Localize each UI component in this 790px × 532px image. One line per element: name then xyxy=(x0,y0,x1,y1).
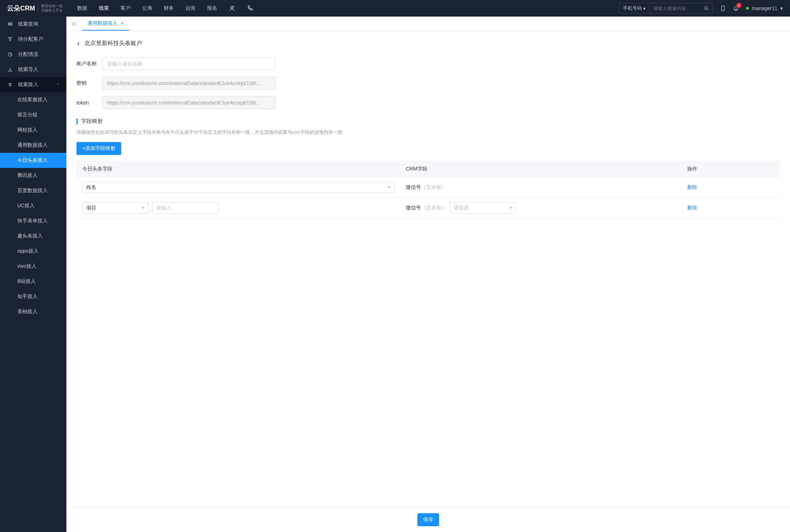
main: 通用数据接入 ✕ 北京昱新科技头条账户 账户名称 密钥 token xyxy=(66,17,790,532)
footer: 保存 xyxy=(66,507,790,532)
svg-rect-7 xyxy=(8,23,12,23)
chevron-down-icon: ▾ xyxy=(780,5,783,11)
crm-field-label: 微信号 xyxy=(406,205,421,210)
tab-general-data[interactable]: 通用数据接入 ✕ xyxy=(82,17,129,31)
top-header: 云朵CRM 教育机构一站 式服务云平台 数据 线索 客户 公海 财务 运营 报名… xyxy=(0,0,790,17)
secret-input[interactable] xyxy=(102,77,276,90)
export-icon xyxy=(7,67,13,72)
nav-finance[interactable]: 财务 xyxy=(164,5,174,12)
sidebar-item-access[interactable]: 线索接入 ⌃ xyxy=(0,77,66,92)
search-input[interactable] xyxy=(650,6,700,11)
mapping-section-title: 字段映射 xyxy=(76,118,780,125)
pie-icon xyxy=(7,52,13,57)
crm-field-label: 微信号 xyxy=(406,184,421,190)
account-label: 账户名称 xyxy=(76,61,102,67)
delete-link[interactable]: 删除 xyxy=(687,205,697,210)
logo-subtitle: 教育机构一站 式服务云平台 xyxy=(38,4,63,13)
crm-field-select[interactable]: 请选择 xyxy=(450,202,516,214)
svg-point-0 xyxy=(231,6,233,8)
save-button[interactable]: 保存 xyxy=(417,513,439,526)
mobile-icon[interactable] xyxy=(720,5,726,12)
sidebar-sub-online[interactable]: 在线客服接入 xyxy=(0,92,66,107)
sidebar-sub-oppo[interactable]: oppo接入 xyxy=(0,244,66,259)
col-toutiao: 今日头条字段 xyxy=(76,161,400,177)
mapping-desc: 请确保您在此填写的头条自定义字段名称与在今日头条平台中自定义的字段名称一致，并且… xyxy=(76,129,780,136)
sidebar-sub-qutoutiao[interactable]: 趣头条接入 xyxy=(0,229,66,244)
sidebar-sub-vivo[interactable]: vivo接入 xyxy=(0,259,66,274)
account-name-input[interactable] xyxy=(102,57,276,70)
chevron-up-icon: ⌃ xyxy=(56,83,59,87)
chevron-down-icon: ▾ xyxy=(643,6,646,11)
search-type-select[interactable]: 手机号码 ▾ xyxy=(619,3,650,13)
delete-link[interactable]: 删除 xyxy=(687,184,697,190)
tabs-collapse-icon[interactable] xyxy=(71,21,76,26)
sidebar-item-distribution[interactable]: 分配情况 xyxy=(0,47,66,62)
mapping-table: 今日头条字段 CRM字段 操作 姓名 微信号（文本框） 删除 xyxy=(76,161,780,218)
table-header-row: 今日头条字段 CRM字段 操作 xyxy=(76,161,780,177)
sidebar-item-pending[interactable]: 待分配客户 xyxy=(0,32,66,47)
sidebar-item-query[interactable]: 线索查询 xyxy=(0,17,66,32)
close-icon[interactable]: ✕ xyxy=(120,21,124,26)
nav-enroll[interactable]: 报名 xyxy=(207,5,217,12)
toutiao-field-select[interactable]: 姓名 xyxy=(82,182,394,193)
sidebar-sub-zhihu[interactable]: 知乎接入 xyxy=(0,289,66,304)
sidebar-sub-uc[interactable]: UC接入 xyxy=(0,198,66,213)
svg-line-4 xyxy=(707,9,708,10)
bell-icon[interactable]: 5 xyxy=(733,5,739,12)
token-input[interactable] xyxy=(102,96,276,109)
svg-point-3 xyxy=(705,6,707,9)
user-menu[interactable]: manager11 ▾ xyxy=(746,5,783,11)
logo-text: 云朵CRM xyxy=(7,4,35,13)
filter-icon xyxy=(7,37,13,42)
sidebar: 线索查询 待分配客户 分配情况 线索导入 线索接入 ⌃ 在线客服接入 留言分组 … xyxy=(0,17,66,532)
add-mapping-button[interactable]: +添加字段映射 xyxy=(76,142,121,155)
sidebar-sub-meiyou[interactable]: 美柚接入 xyxy=(0,304,66,319)
breadcrumb: 北京昱新科技头条账户 xyxy=(76,40,780,47)
tabs-bar: 通用数据接入 ✕ xyxy=(66,17,790,31)
table-row: 项目 微信号（文本框） 请选择 删除 xyxy=(76,198,780,218)
secret-label: 密钥 xyxy=(76,80,102,87)
phone-icon[interactable] xyxy=(247,5,253,12)
sidebar-sub-toutiao[interactable]: 今日头条接入 xyxy=(0,153,66,168)
sidebar-sub-school[interactable]: 网校接入 xyxy=(0,123,66,138)
search-button[interactable] xyxy=(700,6,712,11)
nav-clues[interactable]: 线索 xyxy=(99,5,109,12)
toutiao-field-select[interactable]: 项目 xyxy=(82,202,149,214)
sidebar-sub-tencent[interactable]: 腾讯接入 xyxy=(0,168,66,183)
sidebar-sub-kuaishou[interactable]: 快手表单接入 xyxy=(0,213,66,229)
crm-field-hint: （文本框） xyxy=(421,184,446,190)
list-icon xyxy=(7,22,13,27)
back-button[interactable] xyxy=(76,41,81,46)
nav-data[interactable]: 数据 xyxy=(77,5,87,12)
sidebar-sub-bilibili[interactable]: B站接入 xyxy=(0,274,66,289)
nav-customers[interactable]: 客户 xyxy=(120,5,131,12)
token-label: token xyxy=(76,100,102,106)
top-nav: 数据 线索 客户 公海 财务 运营 报名 xyxy=(77,5,619,12)
table-row: 姓名 微信号（文本框） 删除 xyxy=(76,177,780,198)
nav-operations[interactable]: 运营 xyxy=(185,5,196,12)
col-crm: CRM字段 xyxy=(400,161,681,177)
person-icon[interactable] xyxy=(229,5,235,12)
page-title: 北京昱新科技头条账户 xyxy=(84,40,142,47)
sidebar-sub-baidu[interactable]: 百度数据接入 xyxy=(0,183,66,198)
status-dot-icon xyxy=(746,7,749,10)
toutiao-field-input[interactable] xyxy=(152,202,219,214)
sidebar-item-import[interactable]: 线索导入 xyxy=(0,62,66,77)
nav-public[interactable]: 公海 xyxy=(142,5,152,12)
header-right: 手机号码 ▾ 5 manager11 ▾ xyxy=(619,3,783,14)
search-group: 手机号码 ▾ xyxy=(619,3,713,14)
section-bar-icon xyxy=(76,119,78,124)
content: 北京昱新科技头条账户 账户名称 密钥 token 字段映射 请确保您在此填写的头… xyxy=(66,31,790,507)
sidebar-sub-general[interactable]: 通用数据接入 xyxy=(0,138,66,153)
crm-field-hint: （文本框） xyxy=(421,205,446,210)
username: manager11 xyxy=(752,5,777,11)
col-action: 操作 xyxy=(681,161,780,177)
svg-rect-8 xyxy=(8,25,12,25)
notification-badge: 5 xyxy=(736,3,742,8)
plug-icon xyxy=(7,82,13,87)
sidebar-sub-message[interactable]: 留言分组 xyxy=(0,107,66,123)
logo: 云朵CRM 教育机构一站 式服务云平台 xyxy=(7,4,63,13)
